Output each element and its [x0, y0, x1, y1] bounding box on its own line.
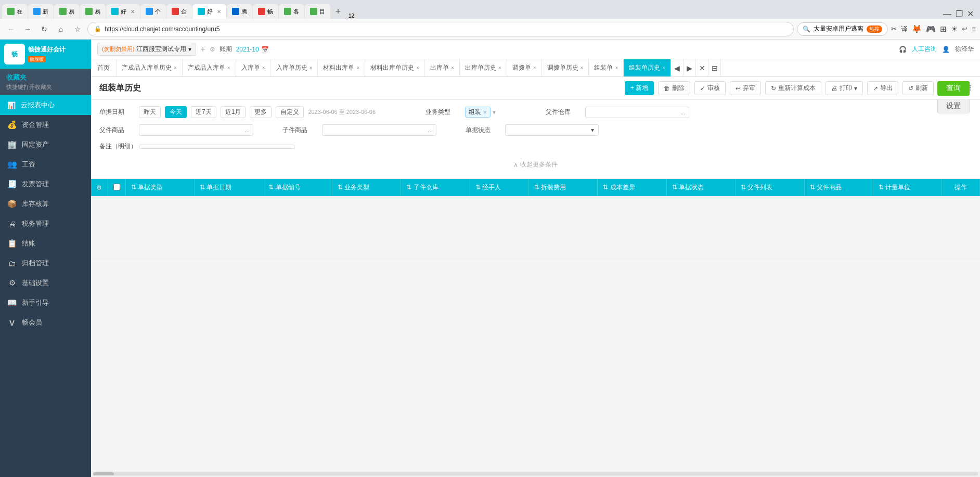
col-date[interactable]: ⇅ 单据日期	[194, 179, 263, 196]
tab-close[interactable]: ×	[581, 65, 584, 71]
tab-close[interactable]: ×	[227, 65, 230, 71]
remarks-input[interactable]	[139, 145, 295, 149]
col-number[interactable]: ⇅ 单据编号	[263, 179, 332, 196]
home-button[interactable]: ⌂	[54, 22, 68, 36]
maximize-button[interactable]: ❐	[956, 9, 963, 19]
close-button[interactable]: ✕	[967, 9, 974, 19]
reload-button[interactable]: ↻	[37, 22, 51, 36]
parent-goods-more[interactable]: ...	[244, 126, 250, 134]
parent-warehouse-more[interactable]: ...	[680, 109, 686, 116]
back-button[interactable]: ←	[4, 22, 18, 36]
grid-icon[interactable]: ⊞	[940, 24, 947, 34]
browser-tab-8[interactable]: 好 ✕	[192, 4, 226, 19]
company-selector[interactable]: (勿删勿禁用) 江西服宝测试专用 ▾	[97, 43, 196, 56]
parent-warehouse-input[interactable]: ...	[585, 107, 689, 118]
recalculate-button[interactable]: ↻ 重新计算成本	[765, 81, 821, 95]
tab-stock-in-history[interactable]: 入库单历史 ×	[271, 59, 318, 77]
print-button[interactable]: 🖨 打印 ▾	[826, 81, 863, 95]
tab-close-5[interactable]: ✕	[131, 9, 135, 15]
sidebar-item-settings[interactable]: ⚙ 基础设置	[0, 273, 91, 293]
sidebar-item-archive[interactable]: 🗂 归档管理	[0, 253, 91, 273]
settings-btn[interactable]: 设置	[937, 99, 970, 113]
tab-close-8[interactable]: ✕	[217, 9, 221, 15]
status-dropdown[interactable]: ▾	[505, 124, 599, 136]
undo-icon[interactable]: ↩	[962, 25, 968, 33]
biz-type-dropdown-icon[interactable]: ▾	[493, 109, 496, 116]
delete-button[interactable]: 🗑 删除	[658, 81, 690, 95]
tab-close[interactable]: ×	[498, 65, 501, 71]
date-btn-more[interactable]: 更多	[250, 106, 272, 118]
col-status[interactable]: ⇅ 单据状态	[666, 179, 735, 196]
child-goods-more[interactable]: ...	[428, 126, 433, 134]
service-label[interactable]: 人工咨询	[912, 45, 937, 54]
date-btn-1month[interactable]: 近1月	[221, 106, 246, 118]
export-button[interactable]: ↗ 导出	[867, 81, 898, 95]
brightness-icon[interactable]: ☀	[951, 24, 958, 34]
forward-button[interactable]: →	[21, 22, 34, 36]
bookmark-button[interactable]: ☆	[71, 22, 84, 36]
scissors-icon[interactable]: ✂	[891, 25, 897, 33]
tab-material-out[interactable]: 材料出库单 ×	[318, 59, 365, 77]
browser-tab-11[interactable]: 各	[279, 4, 304, 19]
sidebar-item-tax[interactable]: 🖨 税务管理	[0, 214, 91, 234]
col-disassembly-fee[interactable]: ⇅ 拆装费用	[528, 179, 597, 196]
tab-close-all[interactable]: ✕	[696, 59, 708, 77]
collapse-button[interactable]: ∧ 收起更多条件	[99, 157, 972, 172]
sidebar-item-fixed-assets[interactable]: 🏢 固定资产	[0, 135, 91, 154]
col-child-warehouse[interactable]: ⇅ 子件仓库	[401, 179, 470, 196]
browser-tab-10[interactable]: 畅	[253, 4, 278, 19]
tab-close[interactable]: ×	[451, 65, 454, 71]
sidebar-item-invoices[interactable]: 🧾 发票管理	[0, 174, 91, 194]
tab-close[interactable]: ×	[356, 65, 359, 71]
add-button[interactable]: + 新增	[625, 81, 654, 95]
translate-icon[interactable]: 译	[901, 24, 908, 34]
col-parent-list[interactable]: ⇅ 父件列表	[736, 179, 804, 196]
col-unit[interactable]: ⇅ 计量单位	[873, 179, 942, 196]
date-btn-7days[interactable]: 近7天	[191, 106, 216, 118]
tab-assembly-history[interactable]: 组装单历史 ×	[624, 59, 671, 77]
browser-tab-4[interactable]: 易	[80, 4, 106, 19]
tab-close[interactable]: ×	[174, 65, 177, 71]
tab-close[interactable]: ×	[416, 65, 419, 71]
approve-button[interactable]: ✓ 审核	[694, 81, 726, 95]
tab-close[interactable]: ×	[615, 65, 618, 71]
sidebar-item-settlement[interactable]: 📋 结账	[0, 234, 91, 253]
scrollbar-track[interactable]	[93, 472, 978, 475]
abandon-button[interactable]: ↩ 弃审	[730, 81, 761, 95]
browser-tab-2[interactable]: 新	[28, 4, 54, 19]
tab-production[interactable]: 产成品入库单 ×	[183, 59, 236, 77]
minimize-button[interactable]: —	[943, 9, 951, 19]
col-checkbox[interactable]	[108, 179, 125, 196]
child-goods-input[interactable]: ...	[322, 124, 436, 136]
scrollbar-thumb[interactable]	[93, 472, 114, 475]
col-settings[interactable]: ⚙	[91, 179, 108, 196]
browser-tab-6[interactable]: 个	[140, 4, 166, 19]
col-cost-diff[interactable]: ⇅ 成本差异	[598, 179, 666, 196]
tab-close-active[interactable]: ×	[662, 65, 665, 71]
tab-close[interactable]: ×	[533, 65, 536, 71]
browser-tab-1[interactable]: 在	[2, 4, 28, 19]
query-button[interactable]: 查询	[937, 81, 970, 96]
emoji-icon[interactable]: 🦊	[912, 24, 922, 34]
tab-production-history[interactable]: 产成品入库单历史 ×	[117, 59, 183, 77]
col-parent-goods[interactable]: ⇅ 父件商品	[804, 179, 873, 196]
url-bar[interactable]: 🔒 https://cloud.chanjet.com/accounting/u…	[87, 22, 794, 36]
tab-home[interactable]: 首页	[91, 59, 117, 77]
refresh-button[interactable]: ↺ 刷新	[902, 81, 934, 95]
sidebar-item-payroll[interactable]: 👥 工资	[0, 154, 91, 174]
company-settings-icon[interactable]: ⚙	[210, 46, 215, 53]
tab-scroll-left[interactable]: ◀	[671, 59, 684, 77]
col-type[interactable]: ⇅ 单据类型	[125, 179, 194, 196]
browser-tab-9[interactable]: 腾	[227, 4, 252, 19]
browser-tab-12[interactable]: 目	[305, 4, 330, 19]
tab-close[interactable]: ×	[262, 65, 265, 71]
parent-goods-input[interactable]: ...	[139, 124, 253, 136]
date-btn-today[interactable]: 今天	[165, 106, 187, 118]
browser-search[interactable]: 🔍 大量安卓用户逃离 热搜	[797, 22, 888, 36]
sidebar-item-vip[interactable]: V 畅会员	[0, 313, 91, 332]
favorites-shortcut[interactable]: 收藏夹 快捷键打开收藏夹	[0, 69, 91, 95]
date-btn-custom[interactable]: 自定义	[276, 106, 304, 118]
period-value[interactable]: 2021-10 📅	[236, 46, 269, 53]
new-tab-button[interactable]: +	[331, 4, 345, 19]
tab-stock-in[interactable]: 入库单 ×	[236, 59, 271, 77]
